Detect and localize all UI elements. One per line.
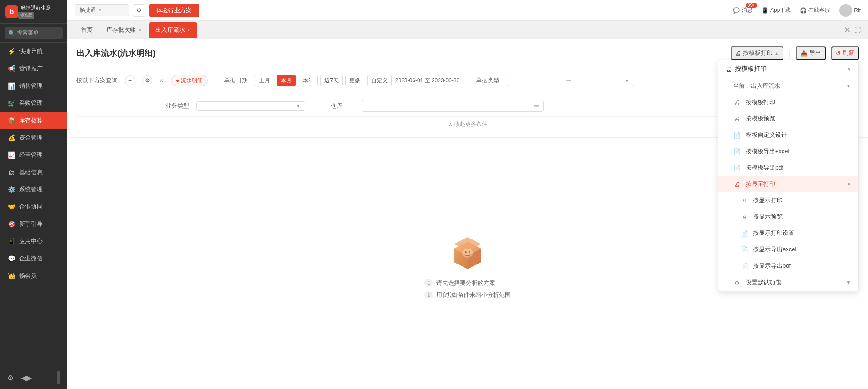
sidebar-item-basic[interactable]: 🗂 基础信息	[0, 164, 67, 181]
refresh-icon: ↺	[836, 50, 841, 57]
sidebar-item-marketing[interactable]: 📢 营销推广	[0, 60, 67, 77]
doc-icon1: 📄	[733, 131, 741, 139]
sidebar-item-wechat[interactable]: 💬 企业微信	[0, 250, 67, 267]
voucher-type-select[interactable]: ••• ▼	[507, 75, 634, 86]
sidebar-item-sales[interactable]: 📊 销售管理	[0, 77, 67, 95]
sidebar-search-input[interactable]: 🔍 搜索菜单	[5, 27, 63, 39]
sidebar-item-label: 库存核算	[19, 116, 43, 125]
template-print-btn[interactable]: 🖨 按模板打印 ▲	[731, 46, 783, 60]
user-profile[interactable]: Rit	[839, 4, 861, 17]
maximize-window-icon[interactable]: ⛶	[854, 26, 861, 34]
refresh-label: 刷新	[843, 49, 854, 57]
tab-home[interactable]: 首页	[75, 22, 99, 38]
warehouse-more-icon[interactable]: •••	[533, 102, 539, 110]
dropdown-item-display-print-section[interactable]: 🖨 按显示打印 ∧	[718, 176, 858, 192]
account-arrow-icon: ▼	[98, 8, 102, 13]
refresh-btn[interactable]: ↺ 刷新	[831, 46, 859, 60]
app-download-item[interactable]: 📱 App下载	[762, 6, 791, 14]
gear-icon2: ⚙	[733, 279, 741, 287]
app-download-label: App下载	[770, 6, 791, 14]
sidebar-item-operations[interactable]: 📈 经营管理	[0, 146, 67, 164]
date-btn-last-month[interactable]: 上月	[255, 75, 274, 86]
app-badge: 标准版	[18, 12, 34, 19]
template-excel-item-label: 按模板导出excel	[746, 147, 789, 155]
filter-add-btn[interactable]: +	[125, 75, 135, 85]
dropdown-item-display-pdf[interactable]: 📄 按显示导出pdf	[718, 258, 858, 274]
dropdown-item-template-pdf[interactable]: 📄 按模板导出pdf	[718, 160, 858, 176]
tab-inventory-batch[interactable]: 库存批次账 ×	[100, 22, 148, 38]
dropdown-item-display-preview[interactable]: 🖨 按显示预览	[718, 209, 858, 225]
sidebar-scrollbar[interactable]	[57, 371, 60, 384]
empty-state-image	[445, 228, 490, 274]
filter-collapse-btn[interactable]: «	[160, 76, 164, 85]
enterprise-icon: 🤝	[7, 203, 15, 211]
empty-steps: 1 请先选择要分析的方案 2 用[过滤]条件来缩小分析范围	[424, 279, 510, 299]
dropdown-header-arrows: ∧	[847, 65, 851, 73]
topbar-settings-btn[interactable]: ⚙	[133, 4, 145, 17]
printer-icon3: 🖨	[733, 98, 741, 106]
warehouse-label: 仓库	[331, 102, 358, 110]
sidebar-item-label: 销售管理	[19, 82, 43, 90]
dropdown-item-display-print-settings[interactable]: 📄 按显示打印设置	[718, 225, 858, 241]
export-btn[interactable]: 📤 导出	[796, 46, 826, 60]
phone-icon: 📱	[762, 7, 768, 14]
dropdown-item-display-excel[interactable]: 📄 按显示导出excel	[718, 241, 858, 258]
doc-icon4: 📄	[740, 229, 748, 237]
date-btn-custom[interactable]: 自定义	[367, 75, 392, 86]
close-window-icon[interactable]: ✕	[844, 25, 851, 35]
date-btn-this-month[interactable]: 本月	[277, 75, 296, 86]
dropdown-item-template-preview[interactable]: 🖨 按模板预览	[718, 110, 858, 127]
doc-icon5: 📄	[740, 245, 748, 254]
chevron-up-icon3[interactable]: ∧	[847, 65, 851, 73]
trial-btn[interactable]: 体验行业方案	[149, 4, 199, 17]
sidebar-item-inventory[interactable]: 📦 库存核算	[0, 112, 67, 129]
inventory-icon: 📦	[7, 116, 15, 125]
sidebar-item-guide[interactable]: 🎯 新手引导	[0, 215, 67, 233]
tab-inout-flow[interactable]: 出入库流水 ×	[149, 22, 197, 38]
sidebar-item-label: 快捷导航	[19, 47, 43, 55]
online-service-item[interactable]: 🎧 在线客服	[800, 6, 830, 14]
business-type-select[interactable]: ▼	[196, 101, 305, 111]
sidebar-search-area[interactable]: 🔍 搜索菜单	[0, 24, 67, 43]
date-btn-this-year[interactable]: 本年	[299, 75, 318, 86]
filter-tag[interactable]: ● 流水明细	[171, 75, 208, 86]
dropdown-header-title-group: 🖨 按模板打印	[726, 65, 767, 73]
dropdown-item-template-excel[interactable]: 📄 按模板导出excel	[718, 143, 858, 160]
date-btn-more[interactable]: 更多	[345, 75, 364, 86]
message-item[interactable]: 💬 99+ 消息	[733, 6, 753, 14]
voucher-type-more-icon[interactable]: •••	[565, 77, 571, 84]
dropdown-footer-set-default[interactable]: ⚙ 设置默认功能 ▼	[718, 274, 858, 291]
sidebar-item-enterprise[interactable]: 🤝 企业协同	[0, 198, 67, 215]
app-logo-icon: b	[5, 5, 18, 18]
sidebar: b 畅捷通好生意 标准版 🔍 搜索菜单 ⚡ 快捷导航 📢 营销推广 📊 销售管理…	[0, 0, 67, 389]
filter-tag-label: 流水明细	[181, 77, 203, 85]
section-expand-icon[interactable]: ∧	[847, 181, 851, 187]
svg-point-6	[469, 251, 470, 253]
account-selector[interactable]: 畅捷通 ▼	[75, 4, 129, 16]
collapse-link[interactable]: ∧ 收起更多条件	[449, 120, 487, 128]
doc-icon3: 📄	[733, 164, 741, 172]
tab-inventory-batch-close[interactable]: ×	[139, 27, 142, 33]
tab-inout-flow-close[interactable]: ×	[188, 27, 191, 33]
member-icon: 👑	[7, 272, 15, 280]
template-custom-item-label: 模板自定义设计	[746, 131, 787, 139]
warehouse-select[interactable]: •••	[362, 100, 544, 112]
finance-icon: 💰	[7, 134, 15, 142]
sidebar-item-member[interactable]: 👑 畅会员	[0, 267, 67, 284]
dropdown-item-template-print[interactable]: 🖨 按模板打印	[718, 94, 858, 110]
dropdown-item-template-custom[interactable]: 📄 模板自定义设计	[718, 127, 858, 143]
sidebar-item-finance[interactable]: 💰 资金管理	[0, 129, 67, 146]
empty-step-1: 1 请先选择要分析的方案	[424, 279, 510, 287]
sidebar-collapse-icon[interactable]: ◀▶	[21, 374, 32, 382]
business-type-label: 业务类型	[165, 102, 193, 110]
search-label: 搜索菜单	[17, 29, 39, 37]
sidebar-item-purchase[interactable]: 🛒 采购管理	[0, 95, 67, 112]
dropdown-item-display-print[interactable]: 🖨 按显示打印	[718, 192, 858, 209]
sidebar-item-system[interactable]: ⚙️ 系统管理	[0, 181, 67, 198]
date-btn-7days[interactable]: 近7天	[320, 75, 343, 86]
sidebar-item-quicknav[interactable]: ⚡ 快捷导航	[0, 43, 67, 60]
voucher-type-label: 单据类型	[476, 76, 503, 85]
sidebar-settings-icon[interactable]: ⚙	[7, 374, 14, 382]
sidebar-item-appstore[interactable]: 📱 应用中心	[0, 233, 67, 250]
filter-settings-btn[interactable]: ⚙	[142, 75, 152, 85]
